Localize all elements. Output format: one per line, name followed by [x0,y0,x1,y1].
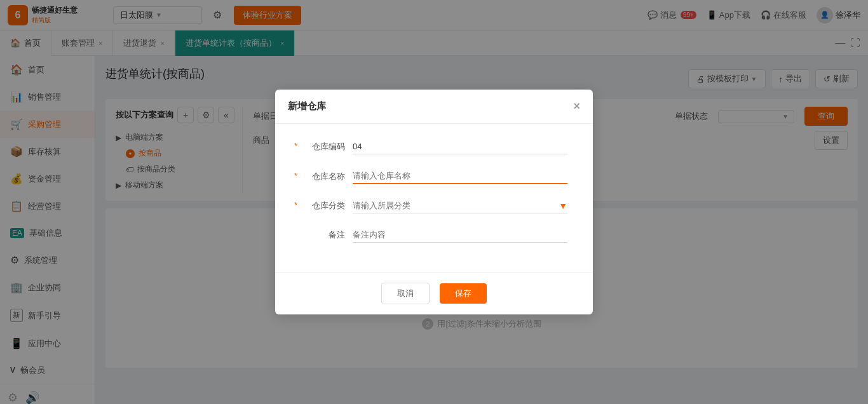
cancel-button[interactable]: 取消 [381,283,430,304]
warehouse-category-input[interactable] [353,198,567,213]
form-row-category: 仓库分类 ▼ [301,198,567,213]
dialog-footer: 取消 保存 [275,272,593,314]
form-row-name: 仓库名称 [301,168,567,184]
category-select-wrap: ▼ [353,198,567,213]
form-row-code: 仓库编码 [301,139,567,154]
category-dropdown-arrow[interactable]: ▼ [559,201,567,211]
dialog-body: 仓库编码 仓库名称 仓库分类 ▼ 备注 [275,124,593,272]
dialog-close-btn[interactable]: × [573,100,580,113]
warehouse-code-input[interactable] [353,139,567,154]
dialog-title: 新增仓库 [288,100,326,112]
warehouse-name-input[interactable] [353,168,567,184]
modal-overlay[interactable]: 新增仓库 × 仓库编码 仓库名称 仓库分类 ▼ [0,0,868,404]
category-label: 仓库分类 [301,200,345,212]
name-label: 仓库名称 [301,171,345,182]
form-row-remark: 备注 [301,227,567,243]
dialog-add-warehouse: 新增仓库 × 仓库编码 仓库名称 仓库分类 ▼ [275,90,593,314]
remark-label: 备注 [301,229,345,241]
warehouse-remark-input[interactable] [353,227,567,243]
code-label: 仓库编码 [301,141,345,152]
dialog-header: 新增仓库 × [275,90,593,124]
save-button[interactable]: 保存 [440,283,487,304]
